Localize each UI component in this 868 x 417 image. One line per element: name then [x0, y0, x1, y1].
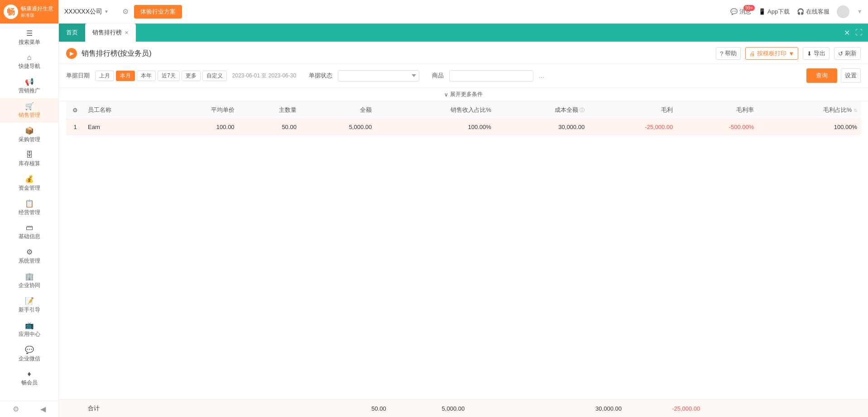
th-amount: 全额: [300, 101, 375, 119]
sidebar-item-search-order[interactable]: ☰搜索菜单: [0, 25, 58, 50]
sidebar-icon-sales: 🛒: [25, 102, 34, 110]
trial-button[interactable]: 体验行业方案: [134, 5, 182, 19]
period-btn-更多[interactable]: 更多: [182, 71, 201, 81]
sidebar-item-system[interactable]: ⚙系统管理: [0, 244, 58, 268]
export-icon: ⬇: [807, 50, 812, 57]
tab-sales-rank[interactable]: 销售排行榜 ✕: [85, 24, 136, 42]
settings-button[interactable]: 设置: [841, 68, 861, 83]
export-button[interactable]: ⬇ 导出: [803, 47, 830, 60]
app-icon: 📱: [758, 8, 766, 15]
status-select[interactable]: [338, 70, 419, 81]
goods-input[interactable]: [449, 70, 533, 81]
online-service-item[interactable]: 🎧 在线客服: [797, 8, 830, 16]
app-download-item[interactable]: 📱 App下载: [758, 8, 790, 16]
avatar[interactable]: [837, 5, 849, 18]
cost-info-icon[interactable]: ⓘ: [580, 107, 585, 113]
tab-home[interactable]: 首页: [59, 24, 85, 42]
sidebar-label-app-center: 应用中心: [19, 331, 40, 338]
sidebar-collapse-icon[interactable]: ◀: [40, 405, 46, 413]
period-btn-本年[interactable]: 本年: [137, 71, 156, 81]
period-btn-上月[interactable]: 上月: [95, 71, 114, 81]
table-row: 1 Eam 100.00 50.00 5,000.00 100.00% 30,0…: [66, 119, 861, 135]
expand-down-icon: ∨: [444, 91, 448, 98]
cell-amount: 5,000.00: [300, 119, 375, 135]
help-icon: ?: [720, 50, 723, 57]
sidebar-label-search-order: 搜索菜单: [19, 38, 40, 46]
footer-amount: 5,000.00: [386, 405, 465, 412]
user-name: ▼: [857, 8, 863, 15]
cell-cost: 30,000.00: [495, 119, 588, 135]
cell-gross: -25,000.00: [588, 119, 676, 135]
tab-close-all-icon[interactable]: ✕: [844, 29, 850, 37]
refresh-button[interactable]: ↺ 刷新: [834, 47, 861, 60]
sidebar-bottom: ⚙ ◀: [0, 401, 58, 417]
expand-more-button[interactable]: ∨ 展开更多条件: [444, 91, 483, 98]
sidebar-icon-operations: 📋: [25, 199, 34, 208]
sidebar-logo: 畅 畅康通好生意 标准版: [0, 0, 58, 24]
tab-restore-icon[interactable]: ⛶: [855, 29, 863, 37]
period-btn-近7天[interactable]: 近7天: [158, 71, 180, 81]
goods-more-icon[interactable]: ...: [539, 72, 544, 79]
help-button[interactable]: ? 帮助: [716, 47, 741, 60]
goods-filter-label: 商品: [432, 72, 444, 80]
query-button[interactable]: 查询: [806, 68, 837, 83]
print-button[interactable]: 🖨 按模板打印 ▼: [745, 47, 798, 60]
sidebar-icon-guide: 📝: [25, 297, 34, 305]
sidebar-item-base-info[interactable]: 🗃基础信息: [0, 220, 58, 244]
sidebar-item-sales[interactable]: 🛒销售管理: [0, 98, 58, 123]
cell-quantity: 50.00: [238, 119, 300, 135]
sidebar-nav: ☰搜索菜单⌂快捷导航📢营销推广🛒销售管理📦采购管理🗄库存核算💰资金管理📋经营管理…: [0, 24, 58, 401]
message-item[interactable]: 💬 消息 99+: [730, 8, 751, 16]
sidebar-label-base-info: 基础信息: [19, 233, 40, 240]
sidebar-label-wechat: 企业微信: [19, 355, 40, 363]
sidebar-item-enterprise[interactable]: 🏢企业协同: [0, 268, 58, 293]
service-label: 在线客服: [806, 8, 830, 16]
tab-bar: 首页 销售排行榜 ✕ ✕ ⛶: [59, 24, 868, 42]
sidebar-item-marketing[interactable]: 📢营销推广: [0, 74, 58, 98]
tab-close-icon[interactable]: ✕: [125, 30, 129, 36]
period-btn-自定义[interactable]: 自定义: [202, 71, 227, 81]
expand-arrow-icon[interactable]: ▶: [66, 48, 77, 59]
date-range: 2023-06-01 至 2023-06-30: [232, 72, 296, 80]
sidebar-label-member: 畅会员: [21, 379, 38, 387]
sidebar-icon-base-info: 🗃: [26, 224, 33, 232]
cell-gross-pct: 100.00%: [758, 119, 861, 135]
footer-total-label: 合计: [88, 404, 229, 412]
table-footer: 合计 50.00 5,000.00 30,000.00 -25,000.00: [59, 399, 868, 417]
th-sales-pct: 销售收入占比%: [375, 101, 495, 119]
filter-row: 单据日期 上月本月本年近7天更多自定义 2023-06-01 至 2023-06…: [66, 68, 861, 83]
sidebar-label-quick-nav: 快捷导航: [19, 62, 40, 70]
period-btn-本月[interactable]: 本月: [116, 71, 135, 81]
sidebar-item-app-center[interactable]: 📺应用中心: [0, 317, 58, 342]
gross-pct-sort-icon[interactable]: ⇅: [854, 108, 857, 113]
sidebar-item-inventory[interactable]: 🗄库存核算: [0, 147, 58, 171]
sidebar-item-member[interactable]: ♦畅会员: [0, 366, 58, 390]
sidebar-item-quick-nav[interactable]: ⌂快捷导航: [0, 50, 58, 74]
sidebar-item-purchase[interactable]: 📦采购管理: [0, 123, 58, 147]
date-filter-label: 单据日期: [66, 72, 90, 80]
cell-name: Eam: [84, 119, 161, 135]
sidebar-icon-finance: 💰: [25, 175, 34, 183]
tab-home-label: 首页: [66, 29, 78, 37]
cell-sales-pct: 100.00%: [375, 119, 495, 135]
company-settings-icon[interactable]: ⚙: [122, 7, 129, 16]
th-gross-pct: 毛利占比% ⇅: [758, 101, 861, 119]
status-filter-label: 单据状态: [309, 72, 332, 80]
th-avg-price: 平均单价: [161, 101, 238, 119]
print-chevron-icon: ▼: [788, 50, 794, 57]
footer-gross: -25,000.00: [622, 405, 700, 412]
service-icon: 🎧: [797, 8, 804, 15]
sidebar-item-finance[interactable]: 💰资金管理: [0, 171, 58, 196]
tab-bar-right: ✕ ⛶: [844, 29, 868, 37]
sidebar-icon-search-order: ☰: [26, 29, 33, 38]
sidebar-item-guide[interactable]: 📝新手引导: [0, 293, 58, 317]
data-table: ⚙ 员工名称 平均单价 主数量 全额 销售收入占比% 成本全额 ⓘ 毛利 毛利率…: [66, 101, 861, 135]
sidebar-item-operations[interactable]: 📋经营管理: [0, 196, 58, 220]
message-badge: 99+: [743, 5, 755, 11]
company-selector[interactable]: XXXXXX公司 ▼: [64, 8, 119, 16]
sidebar-icon-member: ♦: [27, 370, 31, 378]
sidebar-settings-icon[interactable]: ⚙: [13, 405, 19, 413]
cell-avg-price: 100.00: [161, 119, 238, 135]
sidebar-icon-wechat: 💬: [25, 345, 34, 354]
sidebar-item-wechat[interactable]: 💬企业微信: [0, 342, 58, 366]
